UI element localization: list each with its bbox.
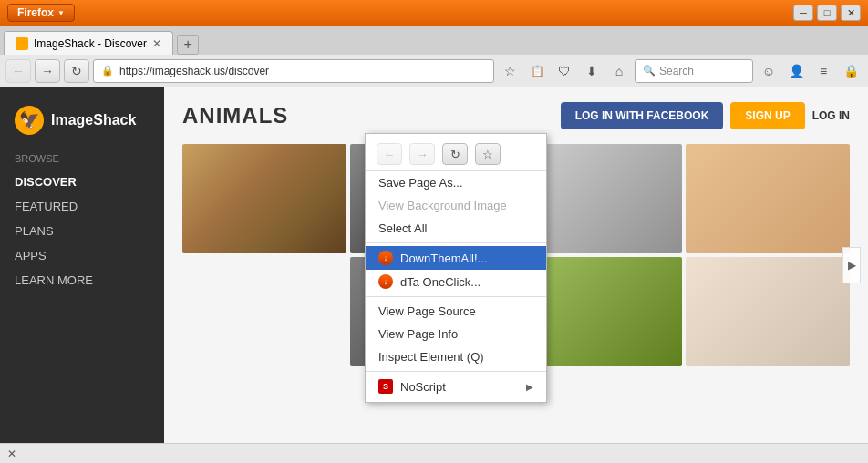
profile-icon[interactable]: 👤 <box>784 59 808 83</box>
context-separator-3 <box>366 371 546 372</box>
context-nav-row: ← → ↻ ☆ <box>366 138 546 171</box>
context-bookmark-button[interactable]: ☆ <box>475 143 501 165</box>
download-history-icon[interactable]: 📋 <box>525 59 549 83</box>
url-bar[interactable]: 🔒 https://imageshack.us/discover <box>93 59 494 83</box>
login-button[interactable]: LOG IN <box>812 109 850 122</box>
logo-text: ImageShack <box>51 112 136 129</box>
shield-icon[interactable]: 🛡 <box>553 59 576 83</box>
sidebar-logo: 🦅 ImageShack <box>0 106 164 153</box>
content-header: ANIMALS LOG IN WITH FACEBOOK SIGN UP LOG… <box>164 87 868 137</box>
dta-oneclick-label: dTa OneClick... <box>400 275 480 289</box>
sidebar-item-apps[interactable]: APPS <box>0 243 164 268</box>
save-page-as-label: Save Page As... <box>378 176 463 190</box>
sidebar-item-learn-more[interactable]: LEARN MORE <box>0 268 164 293</box>
maximize-button[interactable]: □ <box>817 5 837 21</box>
context-view-background-image: View Background Image <box>366 194 546 217</box>
context-downthemall[interactable]: ↓ DownThemAll!... <box>366 246 546 270</box>
image-cut1[interactable] <box>686 144 850 253</box>
sidebar-item-discover[interactable]: DISCOVER <box>0 170 164 194</box>
view-page-info-label: View Page Info <box>378 327 458 341</box>
noscript-label: NoScript <box>400 380 446 394</box>
noscript-icon: S <box>378 379 393 394</box>
context-save-page-as[interactable]: Save Page As... <box>366 171 546 194</box>
lock-icon: 🔒 <box>101 65 114 77</box>
search-icon: 🔍 <box>643 65 656 77</box>
logo-emoji: 🦅 <box>19 110 39 130</box>
image-dog[interactable] <box>182 144 346 253</box>
context-view-page-info[interactable]: View Page Info <box>366 323 546 345</box>
addon-icon[interactable]: 🔒 <box>839 59 863 83</box>
scroll-right-arrow[interactable]: ▶ <box>842 247 861 283</box>
inspect-element-label: Inspect Element (Q) <box>378 350 484 364</box>
download-icon[interactable]: ⬇ <box>580 59 604 83</box>
page-title: ANIMALS <box>182 103 288 129</box>
context-view-page-source[interactable]: View Page Source <box>366 300 546 323</box>
context-inspect-element[interactable]: Inspect Element (Q) <box>366 345 546 368</box>
minimize-button[interactable]: ─ <box>793 5 813 21</box>
logo-icon: 🦅 <box>15 106 44 135</box>
active-tab[interactable]: ImageShack - Discover ✕ <box>4 31 173 55</box>
menu-icon[interactable]: ≡ <box>811 59 835 83</box>
context-forward-button[interactable]: → <box>409 143 435 165</box>
sidebar-item-plans[interactable]: PLANS <box>0 219 164 243</box>
context-dta-oneclick[interactable]: ↓ dTa OneClick... <box>366 270 546 293</box>
reload-button[interactable]: ↻ <box>64 59 89 83</box>
context-separator-1 <box>366 242 546 243</box>
forward-button[interactable]: → <box>35 59 60 83</box>
image-partial[interactable] <box>686 257 850 366</box>
bookmark-icon[interactable]: ☆ <box>498 59 522 83</box>
content-area: ANIMALS LOG IN WITH FACEBOOK SIGN UP LOG… <box>164 87 868 443</box>
nav-bar: ← → ↻ 🔒 https://imageshack.us/discover ☆… <box>0 55 868 87</box>
emoji-icon[interactable]: ☺ <box>757 59 780 83</box>
firefox-label: Firefox <box>17 6 54 19</box>
dta-oneclick-icon: ↓ <box>378 274 393 289</box>
context-noscript[interactable]: S NoScript ▶ <box>366 375 546 398</box>
header-buttons: LOG IN WITH FACEBOOK SIGN UP LOG IN <box>561 102 850 129</box>
title-bar: Firefox ▼ ─ □ ✕ <box>0 0 868 26</box>
context-back-button[interactable]: ← <box>377 143 402 165</box>
main-layout: 🦅 ImageShack Browse DISCOVER FEATURED PL… <box>0 87 868 443</box>
search-bar[interactable]: 🔍 Search <box>635 59 753 83</box>
context-reload-button[interactable]: ↻ <box>442 143 468 165</box>
sidebar-item-featured[interactable]: FEATURED <box>0 194 164 219</box>
sidebar: 🦅 ImageShack Browse DISCOVER FEATURED PL… <box>0 87 164 443</box>
search-placeholder: Search <box>659 65 694 77</box>
view-page-source-label: View Page Source <box>378 304 476 318</box>
view-background-image-label: View Background Image <box>378 199 507 212</box>
home-icon[interactable]: ⌂ <box>607 59 631 83</box>
tab-favicon <box>16 37 28 50</box>
url-text: https://imageshack.us/discover <box>119 65 269 77</box>
status-close-icon[interactable]: ✕ <box>7 448 16 460</box>
status-bar: ✕ <box>0 443 868 463</box>
submenu-arrow-icon: ▶ <box>526 382 533 392</box>
downthemall-icon: ↓ <box>378 251 393 265</box>
firefox-menu-button[interactable]: Firefox ▼ <box>7 4 75 22</box>
window-controls: ─ □ ✕ <box>793 5 861 21</box>
context-select-all[interactable]: Select All <box>366 217 546 240</box>
tab-bar: ImageShack - Discover ✕ + <box>0 26 868 55</box>
new-tab-button[interactable]: + <box>177 35 199 55</box>
tab-close-button[interactable]: ✕ <box>152 37 161 50</box>
close-button[interactable]: ✕ <box>841 5 861 21</box>
back-button[interactable]: ← <box>5 59 31 83</box>
context-menu: ← → ↻ ☆ Save Page As... View Background … <box>365 133 547 403</box>
firefox-dropdown-arrow: ▼ <box>57 9 65 17</box>
sidebar-section-label: Browse <box>0 153 164 170</box>
login-facebook-button[interactable]: LOG IN WITH FACEBOOK <box>561 102 724 129</box>
tab-title: ImageShack - Discover <box>34 37 147 50</box>
context-separator-2 <box>366 296 546 297</box>
downthemall-label: DownThemAll!... <box>400 252 487 265</box>
signup-button[interactable]: SIGN UP <box>730 102 804 129</box>
select-all-label: Select All <box>378 221 427 235</box>
